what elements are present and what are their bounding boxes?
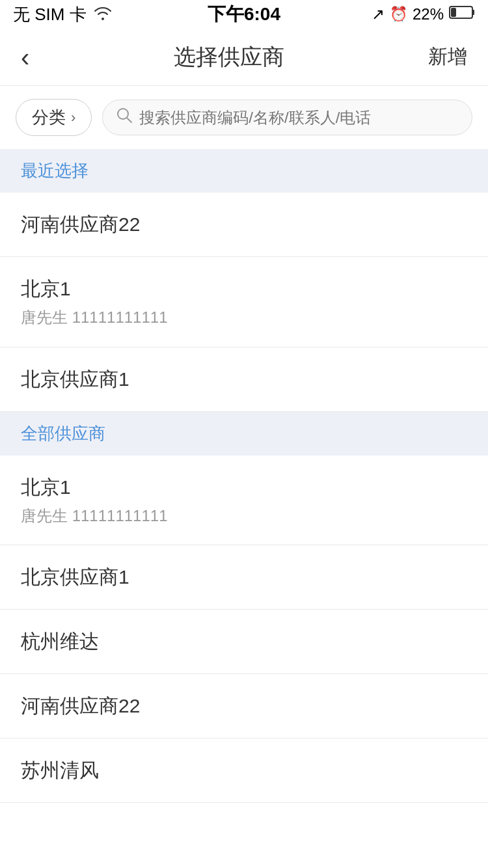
section-header-recent: 最近选择 — [0, 149, 488, 193]
item-name: 北京供应商1 — [21, 366, 467, 393]
list-item[interactable]: 北京1唐先生 11111111111 — [0, 455, 488, 546]
search-input[interactable] — [139, 109, 459, 127]
item-name: 河南供应商22 — [21, 211, 467, 238]
filter-bar: 分类 › — [0, 86, 488, 149]
page-title: 选择供应商 — [174, 42, 284, 72]
item-name: 北京1 — [21, 275, 467, 303]
category-filter[interactable]: 分类 › — [16, 99, 92, 136]
supplier-list: 最近选择河南供应商22北京1唐先生 11111111111北京供应商1全部供应商… — [0, 149, 488, 803]
list-item[interactable]: 河南供应商22 — [0, 674, 488, 739]
battery-icon — [449, 5, 475, 23]
svg-line-4 — [127, 118, 131, 122]
item-name: 苏州清风 — [21, 757, 467, 784]
item-name: 河南供应商22 — [21, 692, 467, 720]
carrier-text: 无 SIM 卡 — [13, 3, 87, 26]
item-name: 杭州维达 — [21, 628, 467, 655]
item-name: 北京供应商1 — [21, 563, 467, 591]
chevron-right-icon: › — [71, 109, 75, 126]
svg-rect-2 — [451, 8, 456, 17]
nav-bar: ‹ 选择供应商 新增 — [0, 29, 488, 86]
item-sub: 唐先生 11111111111 — [21, 505, 467, 527]
list-item[interactable]: 河南供应商22 — [0, 193, 488, 257]
status-bar: 无 SIM 卡 下午6:04 ↗ ⏰ 22% — [0, 0, 488, 29]
back-button[interactable]: ‹ — [21, 44, 29, 70]
search-icon — [116, 107, 133, 128]
list-item[interactable]: 北京1唐先生 11111111111 — [0, 257, 488, 347]
status-carrier: 无 SIM 卡 — [13, 3, 113, 26]
item-name: 北京1 — [21, 474, 467, 501]
alarm-icon: ⏰ — [390, 6, 407, 23]
list-item[interactable]: 北京供应商1 — [0, 347, 488, 412]
battery-text: 22% — [413, 5, 444, 23]
category-label: 分类 — [32, 106, 66, 129]
status-right: ↗ ⏰ 22% — [372, 5, 475, 23]
status-time: 下午6:04 — [208, 2, 280, 27]
list-item[interactable]: 杭州维达 — [0, 610, 488, 674]
list-item[interactable]: 苏州清风 — [0, 739, 488, 803]
location-icon: ↗ — [372, 5, 385, 23]
item-sub: 唐先生 11111111111 — [21, 306, 467, 329]
search-box[interactable] — [102, 100, 472, 135]
section-header-all: 全部供应商 — [0, 412, 488, 455]
add-button[interactable]: 新增 — [428, 44, 467, 70]
list-item[interactable]: 北京供应商1 — [0, 545, 488, 610]
wifi-icon — [93, 5, 113, 25]
svg-rect-1 — [472, 10, 474, 15]
